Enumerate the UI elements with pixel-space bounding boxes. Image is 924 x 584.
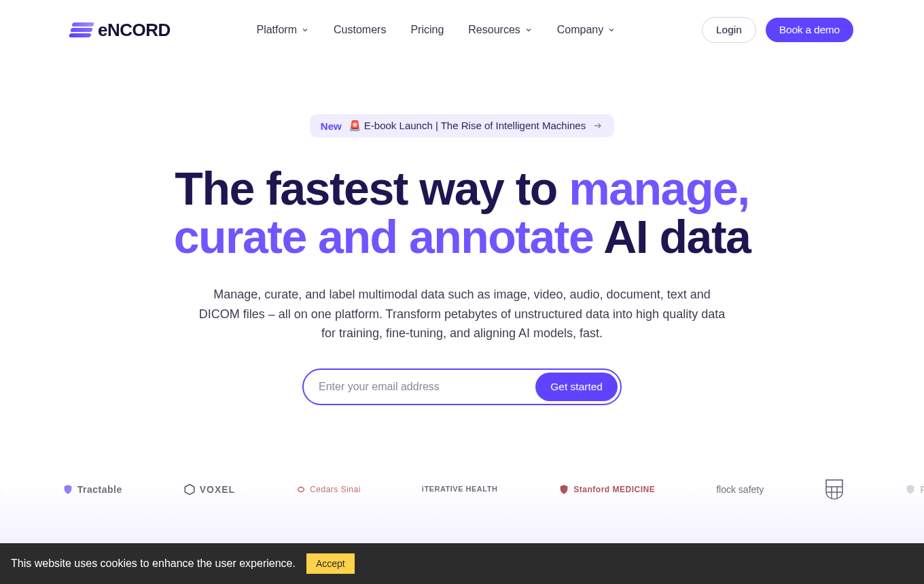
brand-logo-text: eNCORD	[98, 20, 171, 41]
navbar: eNCORD Platform Customers Pricing Resour…	[0, 0, 924, 49]
shield-icon	[558, 484, 569, 495]
primary-nav: Platform Customers Pricing Resources Com…	[256, 24, 616, 36]
hero-section: New 🚨 E-book Launch | The Rise of Intell…	[0, 49, 924, 405]
customer-logo-text: flock safety	[716, 484, 764, 495]
chevron-down-icon	[301, 26, 309, 34]
nav-item-label: Pricing	[410, 24, 444, 36]
nav-item-pricing[interactable]: Pricing	[410, 24, 444, 36]
customer-logo-iterative: iTERATIVE HEALTH	[422, 485, 497, 493]
customer-logo-voxel: VOXEL	[183, 483, 235, 496]
customer-logo-strip: ZOOPLA Tractable VOXEL Cedars Sinai iTER…	[0, 479, 924, 500]
customer-logo-text: Stanford MEDICINE	[573, 485, 655, 494]
login-button[interactable]: Login	[702, 17, 756, 43]
cookie-text: This website uses cookies to enhance the…	[11, 557, 296, 570]
brand-logo[interactable]: eNCORD	[71, 19, 171, 41]
hero-headline-post: AI data	[593, 211, 750, 262]
customer-logo-text: iTERATIVE HEALTH	[422, 485, 497, 493]
hexagon-icon	[183, 483, 196, 496]
customer-logo-protex: Protex AI	[905, 484, 924, 495]
email-signup-form: Get started	[302, 368, 622, 405]
nav-item-label: Platform	[256, 24, 297, 36]
shield-icon	[905, 484, 916, 495]
nav-item-resources[interactable]: Resources	[468, 24, 532, 36]
book-demo-button[interactable]: Book a demo	[766, 18, 853, 42]
announcement-badge[interactable]: New 🚨 E-book Launch | The Rise of Intell…	[310, 114, 614, 137]
email-input[interactable]	[319, 381, 535, 393]
customer-logo-flock-safety: flock safety	[716, 484, 764, 495]
philips-shield-icon	[825, 479, 844, 500]
customer-logo-text: ZOOPLA	[0, 484, 1, 495]
nav-actions: Login Book a demo	[702, 17, 853, 43]
get-started-button[interactable]: Get started	[535, 373, 618, 401]
customer-logo-philips	[825, 479, 844, 500]
shield-icon	[63, 484, 73, 495]
nav-item-label: Company	[557, 24, 603, 36]
hero-headline-pre: The fastest way to	[175, 162, 569, 214]
customer-logo-zoopla: ZOOPLA	[0, 484, 1, 495]
nav-item-label: Customers	[334, 24, 386, 36]
nav-item-company[interactable]: Company	[557, 24, 616, 36]
hero-headline: The fastest way to manage, curate and an…	[170, 165, 754, 260]
customer-logo-tractable: Tractable	[63, 484, 122, 495]
nav-item-label: Resources	[468, 24, 520, 36]
announcement-text: 🚨 E-book Launch | The Rise of Intelligen…	[349, 120, 586, 132]
customer-logo-text: Tractable	[77, 484, 122, 495]
chevron-down-icon	[607, 26, 616, 34]
hero-subtitle: Manage, curate, and label multimodal dat…	[194, 285, 730, 342]
swirl-icon	[296, 485, 306, 494]
arrow-right-icon	[592, 120, 603, 131]
customer-logo-cedars-sinai: Cedars Sinai	[296, 485, 361, 494]
announcement-tag: New	[321, 120, 342, 132]
cookie-accept-button[interactable]: Accept	[306, 553, 355, 574]
customer-logo-text: Protex AI	[920, 484, 924, 495]
svg-marker-1	[185, 484, 194, 494]
chevron-down-icon	[525, 26, 533, 34]
customer-logo-text: Cedars Sinai	[310, 485, 361, 494]
customer-logo-text: VOXEL	[200, 484, 235, 495]
customer-logo-stanford: Stanford MEDICINE	[558, 484, 655, 495]
nav-item-platform[interactable]: Platform	[256, 24, 309, 36]
cookie-consent-bar: This website uses cookies to enhance the…	[0, 543, 924, 584]
brand-logo-mark	[68, 19, 96, 41]
nav-item-customers[interactable]: Customers	[334, 24, 386, 36]
